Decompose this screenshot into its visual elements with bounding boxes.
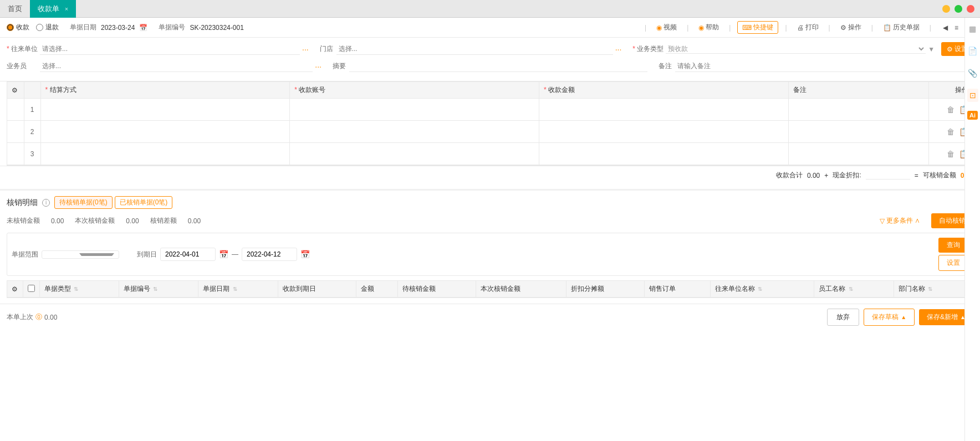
row-checkbox-2: [7, 121, 24, 143]
row-num-3: 3: [24, 143, 40, 165]
tab-bar: 首页 收款单 ×: [0, 0, 980, 18]
start-date-calendar-icon[interactable]: 📅: [219, 250, 228, 259]
row-settlement-1[interactable]: [40, 99, 290, 121]
completed-offset-tab[interactable]: 已核销单据(0笔): [115, 196, 173, 209]
tab-close-icon[interactable]: ×: [65, 6, 68, 12]
shortcut-btn[interactable]: ⌨ 快捷键: [737, 21, 778, 34]
maximize-btn[interactable]: [955, 5, 962, 13]
row-settlement-3[interactable]: [40, 143, 290, 165]
col-pending: 待核销金额: [397, 281, 476, 298]
pending-offset-tab[interactable]: 待核销单据(0笔): [54, 196, 113, 209]
footer: 本单上次 ⓪ 0.00 放弃 保存草稿 ▲ 保存&新增 ▲: [0, 304, 980, 330]
delete-row-1-icon[interactable]: 🗑: [947, 105, 955, 114]
select-all-checkbox[interactable]: [28, 285, 35, 292]
row-account-3[interactable]: [290, 143, 539, 165]
filter-settings-button[interactable]: 设置: [938, 255, 968, 271]
store-more-icon[interactable]: ···: [615, 45, 622, 54]
close-btn[interactable]: [967, 5, 974, 13]
window-controls: [942, 5, 980, 13]
gear-icon: ⚙: [947, 45, 953, 53]
video-btn[interactable]: ◉ 视频: [653, 22, 680, 33]
row-remark-1[interactable]: [788, 99, 928, 121]
receipt-table: ⚙ 结算方式 收款账号 收款金额 备注 操作 1: [7, 82, 973, 165]
save-draft-arrow-icon: ▲: [901, 314, 906, 320]
prev-view-btn[interactable]: ◀: [940, 23, 951, 33]
salesperson-field: 业务员 ···: [7, 60, 321, 72]
col-sales-order: 销售订单: [644, 281, 710, 298]
end-date-calendar-icon[interactable]: 📅: [300, 250, 310, 259]
col-doc-type: 单据类型 ⇅: [39, 281, 119, 298]
ai-assistant-button[interactable]: Ai: [967, 111, 978, 120]
delete-row-2-icon[interactable]: 🗑: [947, 127, 955, 136]
counterparty-input[interactable]: [40, 43, 300, 55]
total-value: 0.00: [807, 172, 820, 180]
sort-doc-date-icon[interactable]: ⇅: [233, 286, 237, 292]
history-btn[interactable]: 📋 历史单据: [880, 22, 923, 33]
offset-tabs: 待核销单据(0笔) 已核销单据(0笔): [54, 196, 172, 209]
stats-row: 未核销金额 0.00 本次核销金额 0.00 核销差额 0.00 ▽ 更多条件 …: [7, 213, 973, 228]
offset-info-icon[interactable]: i: [42, 199, 50, 207]
end-date-input[interactable]: [242, 248, 297, 261]
range-chevron-icon: [79, 253, 114, 256]
date-calendar-icon[interactable]: 📅: [139, 24, 147, 32]
delete-row-3-icon[interactable]: 🗑: [947, 150, 955, 158]
sidebar-attachment-icon[interactable]: 📎: [966, 66, 979, 80]
due-date-field: 到期日 📅 — 📅: [137, 248, 310, 261]
counterparty-more-icon[interactable]: ···: [302, 45, 309, 54]
abandon-button[interactable]: 放弃: [827, 309, 859, 326]
discount-input[interactable]: [866, 171, 910, 180]
sidebar-table-icon[interactable]: ▦: [967, 22, 978, 35]
filter-actions: 查询 设置: [938, 238, 968, 271]
doc-info: 单据日期 2023-03-24 📅 单据编号 SK-20230324-001: [70, 23, 244, 32]
col-dept: 部门名称 ⇅: [894, 281, 973, 298]
sort-doc-no-icon[interactable]: ⇅: [153, 286, 157, 292]
business-type-select[interactable]: 预收款: [666, 44, 926, 54]
available-label: 可核销金额: [923, 171, 956, 180]
sort-doc-type-icon[interactable]: ⇅: [74, 286, 78, 292]
row-account-2[interactable]: [290, 121, 539, 143]
row-remark-3[interactable]: [788, 143, 928, 165]
row-settlement-2[interactable]: [40, 121, 290, 143]
tab-receipt[interactable]: 收款单 ×: [30, 0, 76, 18]
store-input[interactable]: [336, 43, 613, 55]
col-doc-no: 单据编号 ⇅: [119, 281, 198, 298]
remark-input[interactable]: [675, 60, 973, 72]
remark-field: 备注: [659, 60, 973, 72]
footer-carry-forward: 本单上次 ⓪ 0.00: [7, 312, 57, 322]
row-amount-3[interactable]: [539, 143, 789, 165]
summary-input[interactable]: [349, 60, 647, 72]
radio-refund[interactable]: 退款: [36, 23, 59, 32]
more-filters-btn[interactable]: ▽ 更多条件 ∧: [880, 216, 920, 225]
history-icon: 📋: [883, 24, 891, 32]
range-dropdown[interactable]: [42, 250, 119, 259]
uncancelled-value: 0.00: [51, 217, 64, 225]
start-date-input[interactable]: [160, 248, 216, 261]
sidebar-doc-icon[interactable]: 📄: [966, 44, 979, 58]
sort-employee-icon[interactable]: ⇅: [849, 286, 853, 292]
minimize-btn[interactable]: [942, 5, 950, 13]
sort-dept-icon[interactable]: ⇅: [928, 286, 932, 292]
operation-btn[interactable]: ⚙ 操作: [837, 22, 865, 33]
table-gear-icon[interactable]: ⚙: [12, 86, 18, 94]
carry-forward-info-icon[interactable]: ⓪: [35, 312, 42, 322]
total-label: 收款合计: [776, 171, 803, 180]
help-btn[interactable]: ◉ 帮助: [695, 22, 722, 33]
row-checkbox-1: [7, 99, 24, 121]
query-button[interactable]: 查询: [938, 238, 968, 253]
radio-receipt[interactable]: 收款: [7, 23, 29, 32]
row-amount-2[interactable]: [539, 121, 789, 143]
row-account-1[interactable]: [290, 99, 539, 121]
row-remark-2[interactable]: [788, 121, 928, 143]
col-counterparty: 往来单位名称 ⇅: [711, 281, 814, 298]
salesperson-more-icon[interactable]: ···: [315, 62, 321, 71]
right-sidebar: ▦ 📄 📎 ⊡ Ai: [964, 18, 980, 441]
salesperson-input[interactable]: [40, 60, 313, 72]
sidebar-screen-icon[interactable]: ⊡: [967, 89, 978, 102]
list-view-btn[interactable]: ≡: [952, 23, 961, 33]
sort-counterparty-icon[interactable]: ⇅: [758, 286, 762, 292]
row-amount-1[interactable]: [539, 99, 789, 121]
print-btn[interactable]: 🖨 打印: [794, 22, 822, 33]
bottom-table-gear-icon[interactable]: ⚙: [12, 285, 18, 293]
save-draft-button[interactable]: 保存草稿 ▲: [864, 309, 915, 326]
tab-home[interactable]: 首页: [0, 0, 30, 18]
